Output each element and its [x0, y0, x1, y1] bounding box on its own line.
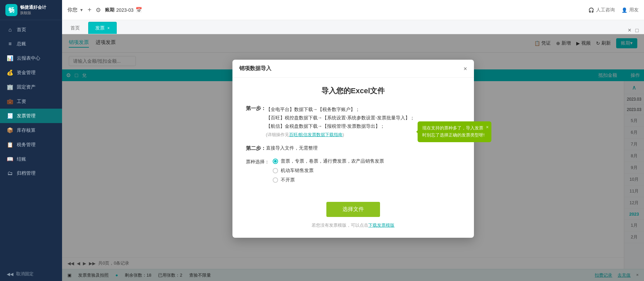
- radio-1-circle[interactable]: [273, 159, 278, 164]
- modal-close-icon[interactable]: ×: [464, 65, 467, 71]
- step2-label: 第二步：: [246, 145, 266, 152]
- ticket-option-3[interactable]: 不开票: [273, 177, 384, 183]
- user-icon: 👤: [622, 7, 627, 13]
- modal-title: 销项数据导入: [239, 65, 271, 72]
- modal-header: 销项数据导入 ×: [232, 60, 474, 78]
- sidebar-item-tax[interactable]: 📋 税务管理: [0, 137, 62, 152]
- guide-link[interactable]: 百旺/航信发票数据下载指南: [289, 132, 343, 137]
- home-icon: ⌂: [7, 27, 13, 33]
- sidebar-item-salary[interactable]: 💼 工资: [0, 94, 62, 109]
- sidebar-item-close[interactable]: 📖 结账: [0, 152, 62, 166]
- sidebar-nav: ⌂ 首页 ≡ 总账 📊 云报表中心 💰 资金管理 🏢 固定资产 💼 工资 🧾 发…: [0, 20, 62, 267]
- step2-text: 直接导入文件，无需整理: [266, 145, 318, 151]
- period-display: 账期 2023-03 📅: [105, 7, 142, 13]
- radio-3-circle[interactable]: [273, 177, 278, 183]
- tab-invoice-close-icon[interactable]: ×: [107, 26, 110, 31]
- download-hint: 若您没有发票模版，可以点击下载发票模版: [232, 222, 474, 228]
- company-selector[interactable]: 你您 ▼: [67, 7, 84, 13]
- headset-icon: 🎧: [588, 7, 594, 13]
- header-right: 🎧 人工咨询 👤 用友: [588, 7, 639, 13]
- pin-icon: ◀◀: [7, 272, 13, 277]
- sidebar-item-report[interactable]: 📊 云报表中心: [0, 51, 62, 65]
- step1-guide: (详细操作见百旺/航信发票数据下载指南): [266, 131, 415, 138]
- tab-home[interactable]: 首页: [63, 22, 87, 34]
- sidebar-footer-cancel[interactable]: ◀◀ 取消固定: [0, 267, 62, 281]
- ticket-option-1[interactable]: 普票，专票，卷票，通行费发票，农产品销售发票: [273, 158, 384, 164]
- step2-block: 第二步： 直接导入文件，无需整理: [246, 145, 461, 152]
- step1-line1: 【全电平台】数据下载→【税务数字账户】；: [266, 105, 415, 114]
- user-button[interactable]: 👤 用友: [622, 7, 639, 13]
- radio-group: 普票，专票，卷票，通行费发票，农产品销售发票 机动车销售发票 不开票: [273, 158, 384, 183]
- logo-icon: 畅: [5, 4, 17, 16]
- company-chevron-icon: ▼: [79, 8, 84, 12]
- step1-line2: 【百旺】税控盘数据下载→【系统设置-系统参数设置-发票批量导入】；: [266, 114, 415, 122]
- add-tab-button[interactable]: +: [88, 6, 92, 14]
- main-area: 你您 ▼ + ⚙ 账期 2023-03 📅 🎧 人工咨询 👤 用友 首页 发票: [62, 0, 644, 281]
- ticket-selection: 票种选择： 普票，专票，卷票，通行费发票，农产品销售发票: [246, 158, 461, 183]
- top-header: 你您 ▼ + ⚙ 账期 2023-03 📅 🎧 人工咨询 👤 用友: [62, 0, 644, 20]
- ticket-label: 票种选择：: [246, 158, 273, 165]
- modal-footer: 选择文件 若您没有发票模版，可以点击下载发票模版: [232, 202, 474, 238]
- step1-label: 第一步：: [246, 105, 266, 112]
- tooltip-bubble: × 现在支持的票种多了，导入发票时别忘了选择正确的发票类型呀!: [418, 121, 491, 142]
- window-maximize-icon[interactable]: □: [635, 27, 639, 34]
- tabs-bar: 首页 发票 × × □: [62, 20, 644, 34]
- settings-icon[interactable]: ⚙: [96, 6, 101, 14]
- sidebar-item-home[interactable]: ⌂ 首页: [0, 23, 62, 37]
- step1-line3: 【航信】金税盘数据下载→【报税管理-发票数据导出】；: [266, 122, 415, 130]
- import-modal: 销项数据导入 × 导入您的Excel文件 第一步： 【全电平台】数据下载→【税务…: [232, 60, 474, 238]
- stock-icon: 📦: [7, 127, 13, 133]
- tax-icon: 📋: [7, 142, 13, 148]
- ticket-option-2-label: 机动车销售发票: [281, 168, 314, 174]
- sidebar-item-archive[interactable]: 🗂 归档管理: [0, 166, 62, 180]
- ticket-option-3-label: 不开票: [281, 177, 295, 183]
- logo-text: 畅捷通好会计 旗舰版: [20, 5, 46, 15]
- consult-button[interactable]: 🎧 人工咨询: [588, 7, 615, 13]
- calendar-icon: 📅: [136, 7, 142, 13]
- sidebar-item-assets[interactable]: 🏢 固定资产: [0, 80, 62, 94]
- report-icon: 📊: [7, 55, 13, 61]
- download-template-link[interactable]: 下载发票模版: [368, 223, 394, 228]
- sidebar-item-ledger[interactable]: ≡ 总账: [0, 37, 62, 51]
- fund-icon: 💰: [7, 69, 13, 76]
- archive-icon: 🗂: [7, 170, 13, 176]
- tooltip-close-icon[interactable]: ×: [486, 123, 489, 131]
- invoice-icon: 🧾: [7, 113, 13, 119]
- sidebar-item-fund[interactable]: 💰 资金管理: [0, 65, 62, 80]
- modal-excel-title: 导入您的Excel文件: [246, 86, 461, 96]
- sidebar: 畅 畅捷通好会计 旗舰版 ⌂ 首页 ≡ 总账 📊 云报表中心 💰 资金管理 🏢 …: [0, 0, 62, 281]
- window-close-icon[interactable]: ×: [628, 27, 632, 34]
- ticket-option-2[interactable]: 机动车销售发票: [273, 168, 384, 174]
- radio-1-dot: [274, 160, 277, 163]
- salary-icon: 💼: [7, 98, 13, 105]
- select-file-button[interactable]: 选择文件: [326, 202, 380, 217]
- sidebar-logo: 畅 畅捷通好会计 旗舰版: [0, 0, 62, 20]
- sidebar-item-stock[interactable]: 📦 库存核算: [0, 123, 62, 137]
- sidebar-item-invoice[interactable]: 🧾 发票管理: [0, 109, 62, 123]
- content-area: 销项发票 进项发票 📋 凭证 ⊕ 新增 ▶ 视频: [62, 34, 644, 281]
- ledger-icon: ≡: [7, 41, 13, 47]
- assets-icon: 🏢: [7, 84, 13, 90]
- radio-2-circle[interactable]: [273, 168, 278, 173]
- tab-invoice[interactable]: 发票 ×: [88, 22, 117, 34]
- close-book-icon: 📖: [7, 156, 13, 162]
- tooltip-text: 现在支持的票种多了，导入发票时别忘了选择正确的发票类型呀!: [422, 125, 485, 137]
- ticket-option-1-label: 普票，专票，卷票，通行费发票，农产品销售发票: [281, 158, 384, 164]
